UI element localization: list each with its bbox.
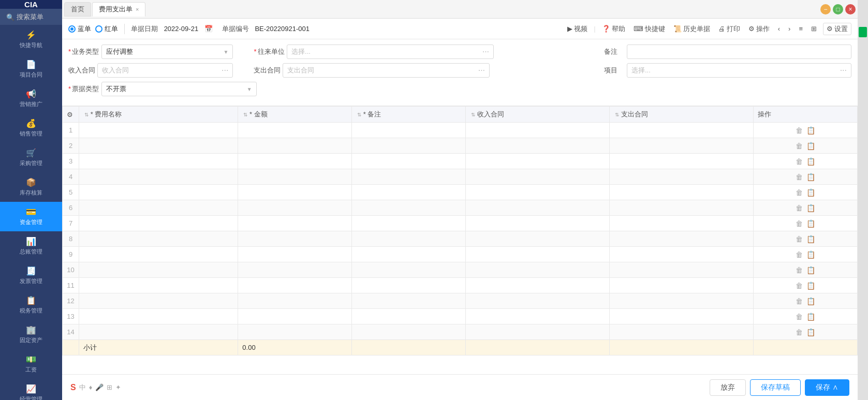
row-income-contract[interactable] bbox=[465, 185, 609, 200]
save-button[interactable]: 保存 ∧ bbox=[805, 379, 849, 396]
row-copy-button[interactable]: 📋 bbox=[805, 280, 816, 291]
shortcut-button[interactable]: ⌨ 快捷键 bbox=[631, 23, 667, 35]
row-copy-button[interactable]: 📋 bbox=[805, 125, 816, 136]
row-income-contract[interactable] bbox=[465, 200, 609, 216]
row-expense-name[interactable] bbox=[79, 324, 238, 340]
expense-contract-input[interactable]: 支出合同 ··· bbox=[283, 63, 490, 78]
row-income-contract[interactable] bbox=[465, 231, 609, 247]
remark-input[interactable] bbox=[627, 45, 851, 59]
row-note[interactable] bbox=[352, 231, 466, 247]
row-expense-contract[interactable] bbox=[610, 169, 754, 185]
income-contract-input[interactable]: 收入合同 ··· bbox=[97, 63, 233, 78]
help-button[interactable]: ❓ 帮助 bbox=[600, 23, 627, 35]
row-income-contract[interactable] bbox=[465, 293, 609, 309]
row-copy-button[interactable]: 📋 bbox=[805, 265, 816, 275]
expense-contract-dots[interactable]: ··· bbox=[478, 66, 485, 75]
operation-button[interactable]: ⚙ 操作 bbox=[746, 23, 772, 35]
window-minimize-button[interactable]: − bbox=[820, 4, 831, 14]
row-income-contract[interactable] bbox=[465, 262, 609, 278]
row-copy-button[interactable]: 📋 bbox=[805, 296, 816, 306]
row-copy-button[interactable]: 📋 bbox=[805, 234, 816, 244]
row-expense-contract[interactable] bbox=[610, 309, 754, 324]
row-income-contract[interactable] bbox=[465, 154, 609, 169]
sidebar-item-invoice[interactable]: 🧾 发票管理 bbox=[0, 261, 62, 290]
row-amount[interactable] bbox=[238, 247, 352, 262]
tab-close-icon[interactable]: × bbox=[136, 6, 139, 12]
row-delete-button[interactable]: 🗑 bbox=[795, 156, 804, 167]
row-copy-button[interactable]: 📋 bbox=[805, 249, 816, 260]
row-amount[interactable] bbox=[238, 185, 352, 200]
row-amount[interactable] bbox=[238, 231, 352, 247]
sidebar-item-project-contract[interactable]: 📄 项目合同 bbox=[0, 54, 62, 84]
row-delete-button[interactable]: 🗑 bbox=[795, 125, 804, 136]
income-contract-dots[interactable]: ··· bbox=[222, 66, 228, 75]
sidebar-search[interactable]: 🔍 搜索菜单 bbox=[0, 9, 62, 25]
row-delete-button[interactable]: 🗑 bbox=[795, 187, 804, 198]
row-delete-button[interactable]: 🗑 bbox=[795, 312, 804, 322]
row-income-contract[interactable] bbox=[465, 169, 609, 185]
sidebar-item-operations[interactable]: 📈 经营管理 bbox=[0, 379, 62, 400]
counterpart-dots[interactable]: ··· bbox=[482, 47, 489, 56]
row-expense-contract[interactable] bbox=[610, 138, 754, 154]
row-copy-button[interactable]: 📋 bbox=[805, 218, 816, 229]
row-expense-name[interactable] bbox=[79, 123, 238, 138]
th-expense-contract[interactable]: ⇅ 支出合同 bbox=[610, 107, 754, 123]
sidebar-item-capital[interactable]: 💳 资金管理 bbox=[0, 202, 62, 231]
counterpart-input[interactable]: 选择... ··· bbox=[287, 45, 494, 59]
row-expense-name[interactable] bbox=[79, 169, 238, 185]
row-expense-contract[interactable] bbox=[610, 293, 754, 309]
row-delete-button[interactable]: 🗑 bbox=[795, 172, 804, 182]
row-amount[interactable] bbox=[238, 262, 352, 278]
row-expense-name[interactable] bbox=[79, 247, 238, 262]
row-copy-button[interactable]: 📋 bbox=[805, 141, 816, 151]
row-amount[interactable] bbox=[238, 278, 352, 293]
row-copy-button[interactable]: 📋 bbox=[805, 172, 816, 182]
sidebar-item-inventory[interactable]: 📦 库存核算 bbox=[0, 172, 62, 202]
window-close-button[interactable]: × bbox=[845, 4, 856, 14]
sidebar-item-fixed-assets[interactable]: 🏢 固定资产 bbox=[0, 320, 62, 349]
invoice-type-select[interactable]: 不开票 ▼ bbox=[101, 82, 257, 96]
right-panel-btn-1[interactable] bbox=[859, 2, 867, 12]
sidebar-item-tax[interactable]: 📋 税务管理 bbox=[0, 290, 62, 320]
blue-radio[interactable]: 蓝单 bbox=[68, 24, 91, 34]
row-income-contract[interactable] bbox=[465, 309, 609, 324]
row-copy-button[interactable]: 📋 bbox=[805, 156, 816, 167]
row-note[interactable] bbox=[352, 262, 466, 278]
row-expense-name[interactable] bbox=[79, 200, 238, 216]
row-delete-button[interactable]: 🗑 bbox=[795, 280, 804, 291]
row-expense-name[interactable] bbox=[79, 138, 238, 154]
row-note[interactable] bbox=[352, 278, 466, 293]
sidebar-item-purchase[interactable]: 🛒 采购管理 bbox=[0, 143, 62, 172]
save-draft-button[interactable]: 保存草稿 bbox=[750, 379, 801, 396]
business-type-select[interactable]: 应付调整 ▼ bbox=[101, 45, 233, 59]
row-note[interactable] bbox=[352, 247, 466, 262]
row-copy-button[interactable]: 📋 bbox=[805, 203, 816, 213]
row-expense-contract[interactable] bbox=[610, 123, 754, 138]
row-expense-contract[interactable] bbox=[610, 216, 754, 231]
row-note[interactable] bbox=[352, 309, 466, 324]
row-amount[interactable] bbox=[238, 154, 352, 169]
right-panel-btn-green[interactable] bbox=[859, 27, 867, 37]
window-maximize-button[interactable]: □ bbox=[833, 4, 843, 14]
row-income-contract[interactable] bbox=[465, 216, 609, 231]
row-expense-name[interactable] bbox=[79, 262, 238, 278]
row-income-contract[interactable] bbox=[465, 247, 609, 262]
row-expense-contract[interactable] bbox=[610, 231, 754, 247]
row-amount[interactable] bbox=[238, 216, 352, 231]
tab-expense-sheet[interactable]: 费用支出单 × bbox=[92, 2, 145, 17]
sidebar-item-quick-nav[interactable]: ⚡ 快捷导航 bbox=[0, 25, 62, 54]
sidebar-item-marketing[interactable]: 📢 营销推广 bbox=[0, 84, 62, 113]
project-input[interactable]: 选择... ··· bbox=[627, 63, 851, 78]
row-delete-button[interactable]: 🗑 bbox=[795, 218, 804, 229]
print-button[interactable]: 🖨 打印 bbox=[716, 23, 742, 35]
nav-next-button[interactable]: › bbox=[786, 24, 792, 34]
row-delete-button[interactable]: 🗑 bbox=[795, 265, 804, 275]
project-dots[interactable]: ··· bbox=[840, 66, 847, 75]
row-amount[interactable] bbox=[238, 138, 352, 154]
tab-home[interactable]: 首页 bbox=[64, 2, 91, 17]
row-amount[interactable] bbox=[238, 309, 352, 324]
row-expense-contract[interactable] bbox=[610, 278, 754, 293]
row-expense-contract[interactable] bbox=[610, 247, 754, 262]
row-amount[interactable] bbox=[238, 324, 352, 340]
row-income-contract[interactable] bbox=[465, 324, 609, 340]
